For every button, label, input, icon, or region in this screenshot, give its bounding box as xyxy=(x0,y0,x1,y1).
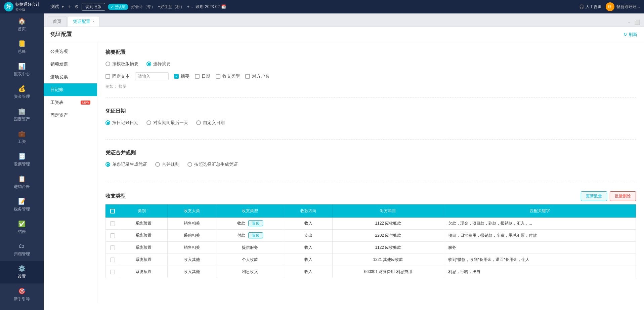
leftnav-payroll[interactable]: 工资表 NEW ▾ xyxy=(44,96,97,109)
switch-version-button[interactable]: 切到旧版 xyxy=(82,3,105,11)
page-content: 凭证配置 ↻ 刷新 公共选项 销项发票 进项发票 xyxy=(44,27,644,310)
main-layout: 🏠 首页 📒 总账 📊 报表中心 💰 资金管理 🏢 固定资产 💼 工资 🧾 发票… xyxy=(0,13,644,310)
leftnav-sales-invoice[interactable]: 销项发票 xyxy=(44,58,97,71)
checkbox-date[interactable]: 日期 xyxy=(195,73,210,79)
table-row: 系统预置 销售相关 收款 置顶 收入 1122 应收账款 欠款，现金，项目款，到… xyxy=(106,218,636,230)
checkbox-payment-type-box xyxy=(216,74,220,79)
sidebar-item-tax[interactable]: 📝 税务管理 xyxy=(0,194,44,216)
td-subject: 1221 其他应收款 xyxy=(333,254,444,266)
settle-icon: ✅ xyxy=(18,220,26,228)
td-checkbox[interactable] xyxy=(106,242,119,254)
minimize-button[interactable]: － xyxy=(627,19,632,25)
settings-sidebar-icon: ⚙️ xyxy=(18,265,26,272)
sidebar-item-funds[interactable]: 💰 资金管理 xyxy=(0,81,44,104)
radio-custom-date[interactable]: 自定义日期 xyxy=(196,120,225,126)
refresh-icon: ↻ xyxy=(624,32,627,37)
sidebar-item-guide[interactable]: 🎯 新手引导 xyxy=(0,283,44,306)
td-checkbox[interactable] xyxy=(106,254,119,266)
td-major-type: 收入其他 xyxy=(168,266,216,278)
checkbox-counterpart-box xyxy=(245,74,250,79)
th-category-sort-icon: ˅ xyxy=(147,209,149,213)
summary-config-section: 摘要配置 按模板版摘要 选择摘要 xyxy=(105,49,636,98)
purchase-icon: 📋 xyxy=(18,175,26,183)
td-subject: 2202 应付账款 xyxy=(333,230,444,242)
reports-icon: 📊 xyxy=(18,63,26,70)
td-keywords: 欠款，现金，项目款，到款，报销款，汇入，... xyxy=(444,218,636,230)
add-button[interactable]: ＋ xyxy=(67,3,72,10)
archive-icon: 🗂 xyxy=(19,243,25,250)
radio-summary-gen-circle xyxy=(187,162,192,167)
certified-badge: ✓ 已认证 xyxy=(108,4,128,10)
checkbox-summary-box: ✓ xyxy=(174,74,179,79)
radio-single[interactable]: 单条记录生成凭证 xyxy=(105,161,147,167)
checkbox-date-box xyxy=(195,74,200,79)
table-header-row: 类别 ˅ 收支大类 收支类型 收款方向 对方科目 匹配关键字 xyxy=(106,205,636,218)
update-btn[interactable]: 更新数量 xyxy=(581,191,607,201)
td-subject: 1122 应收账款 xyxy=(333,242,444,254)
th-checkbox xyxy=(106,205,119,218)
maximize-button[interactable]: ⬜ xyxy=(634,20,640,25)
sidebar-item-archive[interactable]: 🗂 归档管理 xyxy=(0,239,44,261)
radio-merge[interactable]: 合并规则 xyxy=(155,161,179,167)
td-category: 系统预置 xyxy=(119,266,168,278)
merge-rules-title: 凭证合并规则 xyxy=(105,150,636,156)
leftnav-public[interactable]: 公共选项 xyxy=(44,45,97,58)
sidebar-item-purchase[interactable]: 📋 进销台账 xyxy=(0,171,44,194)
td-checkbox[interactable] xyxy=(106,218,119,230)
tab-voucher-config[interactable]: 凭证配置 × xyxy=(68,16,99,27)
tag1: 好会计（专） xyxy=(131,4,155,10)
calendar-icon[interactable]: 📅 xyxy=(221,4,226,9)
env-dropdown-icon[interactable]: ▾ xyxy=(62,4,64,9)
customer-service-button[interactable]: 🎧 人工咨询 xyxy=(579,4,602,10)
leftnav-fixed-assets[interactable]: 固定资产 xyxy=(44,109,97,122)
tag3: +... xyxy=(187,4,193,9)
sidebar-item-ledger[interactable]: 📒 总账 xyxy=(0,36,44,59)
radio-journal-date[interactable]: 按日记账日期 xyxy=(105,120,138,126)
invoice-icon: 🧾 xyxy=(18,153,26,160)
income-expense-title: 收支类型 xyxy=(105,193,126,199)
td-checkbox[interactable] xyxy=(106,230,119,242)
checkbox-summary[interactable]: ✓ 摘要 xyxy=(174,73,189,79)
guide-icon: 🎯 xyxy=(18,287,26,295)
td-category: 系统预置 xyxy=(119,242,168,254)
td-direction: 收入 xyxy=(284,218,332,230)
voucher-date-radio-group: 按日记账日期 对应期间最后一天 自定义日期 xyxy=(105,120,636,126)
sidebar-item-member[interactable]: 👑 畅会员 xyxy=(0,306,44,310)
sidebar-item-assets[interactable]: 🏢 固定资产 xyxy=(0,104,44,126)
sidebar-item-settings[interactable]: ⚙️ 设置 xyxy=(0,261,44,283)
tab-close-icon[interactable]: × xyxy=(92,20,94,24)
sidebar-item-home[interactable]: 🏠 首页 xyxy=(0,13,44,36)
merge-rules-radio-group: 单条记录生成凭证 合并规则 按照选择汇总生成凭证 xyxy=(105,161,636,167)
radio-template-circle xyxy=(105,62,110,66)
sidebar-item-reports[interactable]: 📊 报表中心 xyxy=(0,59,44,81)
checkbox-fixed-text[interactable]: 固定文本 xyxy=(105,73,130,79)
radio-select[interactable]: 选择摘要 xyxy=(146,61,171,67)
leftnav-journal[interactable]: 日记账 xyxy=(44,83,97,96)
top-tag-0[interactable]: 置顶 xyxy=(248,220,263,226)
checkbox-fixed-text-box xyxy=(105,74,110,79)
topbar: 好 畅捷通好会计 专业版 测试 ▾ ＋ ⚙ 切到旧版 ✓ 已认证 好会计（专） … xyxy=(0,0,644,13)
radio-template[interactable]: 按模板版摘要 xyxy=(105,61,138,67)
summary-radio-group: 按模板版摘要 选择摘要 xyxy=(105,61,636,67)
radio-summary-gen[interactable]: 按照选择汇总生成凭证 xyxy=(187,161,238,167)
batch-delete-btn[interactable]: 批量删除 xyxy=(610,191,636,201)
top-tag-1[interactable]: 置顶 xyxy=(248,232,263,238)
leftnav-purchase-invoice[interactable]: 进项发票 xyxy=(44,71,97,83)
checkbox-payment-type[interactable]: 收支类型 xyxy=(216,73,240,79)
td-category: 系统预置 xyxy=(119,230,168,242)
sidebar-item-salary[interactable]: 💼 工资 xyxy=(0,126,44,149)
checkbox-counterpart[interactable]: 对方户名 xyxy=(245,73,269,79)
refresh-button[interactable]: ↻ 刷新 xyxy=(624,32,637,38)
tag2: +好生意（标） xyxy=(158,4,184,10)
fixed-text-input[interactable] xyxy=(135,72,169,80)
th-direction: 收款方向 xyxy=(284,205,332,218)
td-type: 个人收款 xyxy=(216,254,284,266)
tab-home[interactable]: 首页 xyxy=(48,16,67,27)
tab-actions: － ⬜ xyxy=(627,19,640,27)
inner-layout: 公共选项 销项发票 进项发票 日记账 工资表 NEW xyxy=(44,42,644,303)
radio-period-last[interactable]: 对应期间最后一天 xyxy=(146,120,188,126)
settings-icon[interactable]: ⚙ xyxy=(75,4,79,9)
td-checkbox[interactable] xyxy=(106,266,119,278)
sidebar-item-settle[interactable]: ✅ 结账 xyxy=(0,216,44,239)
sidebar-item-invoice[interactable]: 🧾 发票管理 xyxy=(0,149,44,171)
